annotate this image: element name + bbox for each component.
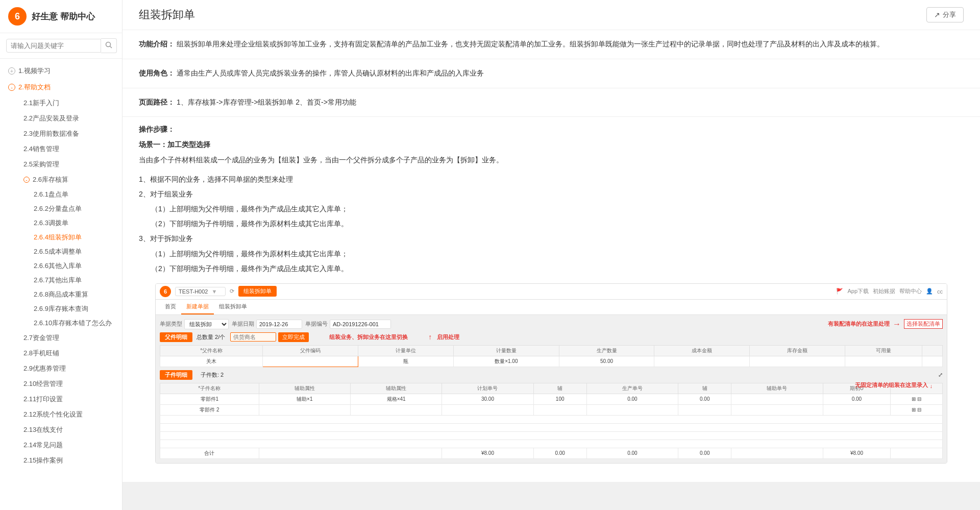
- sim-expand-icon: ⤢: [938, 372, 943, 378]
- sidebar-item-sales[interactable]: 2.4销售管理: [5, 141, 122, 157]
- sidebar-item-ops[interactable]: 2.10经营管理: [5, 376, 122, 392]
- bc-plan2: [442, 404, 533, 415]
- scenario1-title: 场景一：加工类型选择: [139, 140, 964, 150]
- sim-select-bill-btn[interactable]: 选择装配清单: [904, 319, 943, 329]
- sidebar-item-other-in[interactable]: 2.6.6其他入库单: [10, 259, 122, 273]
- sim-top-table-wrapper: *父件名称 父件编码 计量单位 计量数量 生产数量 成本金额 库存金额 可用量: [160, 345, 943, 367]
- bc-ops2: ⊞ ⊟: [891, 404, 943, 415]
- sim-user-cc: cc: [937, 288, 943, 295]
- sidebar-item-print[interactable]: 2.11打印设置: [5, 392, 122, 407]
- sim-help-center: 帮助中心: [899, 287, 922, 295]
- func-intro-label: 功能介绍：: [139, 40, 175, 48]
- sim-code-input[interactable]: [330, 320, 391, 329]
- th-qty: 计量数量: [454, 345, 559, 356]
- steps-block: 操作步骤： 场景一：加工类型选择 当由多个子件材料组装成一个成品的业务为【组装】…: [122, 117, 980, 482]
- sim-form-row1: 单据类型 组装拆卸 单据日期 单据编号: [160, 319, 943, 329]
- sim-confirm-btn[interactable]: 立即完成: [278, 332, 309, 342]
- sidebar-item-videos[interactable]: + 1.视频学习: [0, 63, 122, 79]
- th-ops: [922, 345, 942, 356]
- sidebar-item-finance[interactable]: 2.7资金管理: [5, 330, 122, 346]
- sim-date-label: 单据日期: [232, 320, 254, 328]
- sidebar-item-cases[interactable]: 2.15操作案例: [5, 453, 122, 468]
- bc-attr2b: [350, 404, 442, 415]
- logo-area: 6 好生意 帮助中心: [0, 0, 122, 33]
- sim-user-icon: 👤: [926, 288, 933, 295]
- sim-count: 总数量 2/个: [197, 333, 225, 341]
- annotation-bottom-text: 无固定清单的组装在这里录入: [855, 381, 928, 389]
- sidebar-item-docs[interactable]: - 2.帮助文档: [0, 79, 122, 95]
- sidebar-item-payment[interactable]: 2.13在线支付: [5, 422, 122, 438]
- bc-footer-ops: [891, 448, 943, 458]
- step1: 1、根据不同的业务，选择不同单据的类型来处理: [139, 173, 964, 186]
- bc-prod1: 0.00: [586, 394, 678, 404]
- share-button[interactable]: ↗ 分享: [926, 7, 964, 22]
- sidebar-item-system[interactable]: 2.12系统个性化设置: [5, 407, 122, 422]
- sidebar-item-ledger-fix[interactable]: 2.6.10库存账本错了怎么办: [10, 316, 122, 330]
- sim-section-label: 父件明细: [160, 332, 192, 342]
- arrow-down: ↓: [930, 383, 933, 389]
- bc-aux2c: [731, 404, 823, 415]
- search-icon: [105, 41, 112, 48]
- sim-supplier-input[interactable]: [230, 332, 276, 342]
- sim-bill-type-select[interactable]: 组装拆卸: [184, 319, 229, 329]
- app-logo: 6: [8, 7, 27, 26]
- search-area: [0, 33, 122, 59]
- sidebar-item-mobile[interactable]: 2.8手机旺铺: [5, 346, 122, 361]
- sidebar-item-data-prep[interactable]: 2.3使用前数据准备: [5, 126, 122, 141]
- sim-date-input[interactable]: [256, 320, 302, 329]
- search-input[interactable]: [6, 39, 101, 53]
- bc-footer-v1: ¥8.00: [442, 448, 533, 458]
- sim-tab-list[interactable]: 组装拆卸单: [214, 300, 252, 314]
- bc-footer-v5: [731, 448, 823, 458]
- sim-flag-icon: 🚩: [836, 288, 843, 295]
- sim-annotation-right: 有装配清单的在这里处理 → 选择装配清单: [828, 319, 943, 329]
- sidebar-item-install[interactable]: 2.2产品安装及登录: [5, 111, 122, 126]
- bc-aux2a: [533, 404, 586, 415]
- annotation-bottom-container: 无固定清单的组装在这里录入 ↓: [855, 381, 933, 389]
- sidebar-item-ledger-query[interactable]: 2.6.9库存账本查询: [10, 302, 122, 316]
- sim-tab-new[interactable]: 新建单据: [181, 300, 214, 314]
- main-content: 功能介绍： 组装拆卸单用来处理企业组装或拆卸等加工业务，支持有固定装配清单的产品…: [122, 30, 980, 510]
- sidebar-item-partial-stock[interactable]: 2.6.2分量盘点单: [10, 202, 122, 216]
- sidebar-item-stocktake[interactable]: 2.6.1盘点单: [10, 187, 122, 202]
- arrow-right: →: [893, 320, 901, 329]
- sidebar-item-inventory[interactable]: - 2.6库存核算: [10, 172, 122, 187]
- cell-prod-qty: 50.00: [559, 356, 654, 367]
- bc-empty4: [160, 423, 943, 431]
- th-stock-amt: 库存金额: [750, 345, 845, 356]
- sidebar-item-purchase[interactable]: 2.5采购管理: [5, 157, 122, 172]
- cell-measure: 数量×1.00: [454, 356, 559, 367]
- annotation-right-text: 有装配清单的在这里处理: [828, 320, 890, 328]
- search-button[interactable]: [101, 38, 117, 53]
- step3: 3、对于拆卸业务: [139, 232, 964, 245]
- bc-footer-v3: 0.00: [586, 448, 678, 458]
- sim-sub-count: 子件数: 2: [201, 371, 224, 379]
- bth-plan: 计划单号: [442, 383, 533, 394]
- bc-name2: 零部件 2: [160, 404, 259, 415]
- sidebar-item-assembly[interactable]: 2.6.4组装拆卸单: [10, 230, 122, 245]
- sidebar-item-cost-recalc[interactable]: 2.6.8商品成本重算: [10, 287, 122, 302]
- bc-aux1c: [731, 394, 823, 404]
- nav-deep-items: 2.6.1盘点单 2.6.2分量盘点单 2.6.3调拨单 2.6.4组装拆卸单 …: [10, 187, 122, 330]
- content-card: 功能介绍： 组装拆卸单用来处理企业组装或拆卸等加工业务，支持有固定装配清单的产品…: [122, 30, 980, 482]
- sidebar-item-other-out[interactable]: 2.6.7其他出库单: [10, 273, 122, 287]
- bc-empty5: [160, 431, 943, 440]
- sidebar-item-transfer[interactable]: 2.6.3调拨单: [10, 216, 122, 230]
- sim-tab-home[interactable]: 首页: [160, 300, 181, 314]
- bc-footer-v4: 0.00: [678, 448, 731, 458]
- screenshot-container: 6 TEST-H002 ▼ ⟳ 组装拆卸单 🚩 App下载 初始账据: [155, 283, 947, 464]
- sidebar-item-cost-adj[interactable]: 2.6.5成本调整单: [10, 245, 122, 259]
- th-parent-code: 父件编码: [263, 345, 358, 356]
- bc-name1: 零部件1: [160, 394, 259, 404]
- sidebar-item-beginner[interactable]: 2.1新手入门: [5, 95, 122, 111]
- sim-sub-section-label: 子件明细: [160, 370, 192, 380]
- sim-code-field: 单据编号: [305, 320, 391, 329]
- sim-new-bill-btn[interactable]: 组装拆卸单: [238, 286, 277, 297]
- bth-aux1: 辅: [533, 383, 586, 394]
- sim-form-content: 单据类型 组装拆卸 单据日期 单据编号: [156, 315, 947, 463]
- arrow-enable: ↑: [428, 333, 432, 341]
- sim-section-row: 父件明细 总数量 2/个: [160, 332, 225, 342]
- sidebar-item-faq[interactable]: 2.14常见问题: [5, 438, 122, 453]
- sidebar-item-coupon[interactable]: 2.9优惠券管理: [5, 361, 122, 376]
- bth-aux2: 辅: [678, 383, 731, 394]
